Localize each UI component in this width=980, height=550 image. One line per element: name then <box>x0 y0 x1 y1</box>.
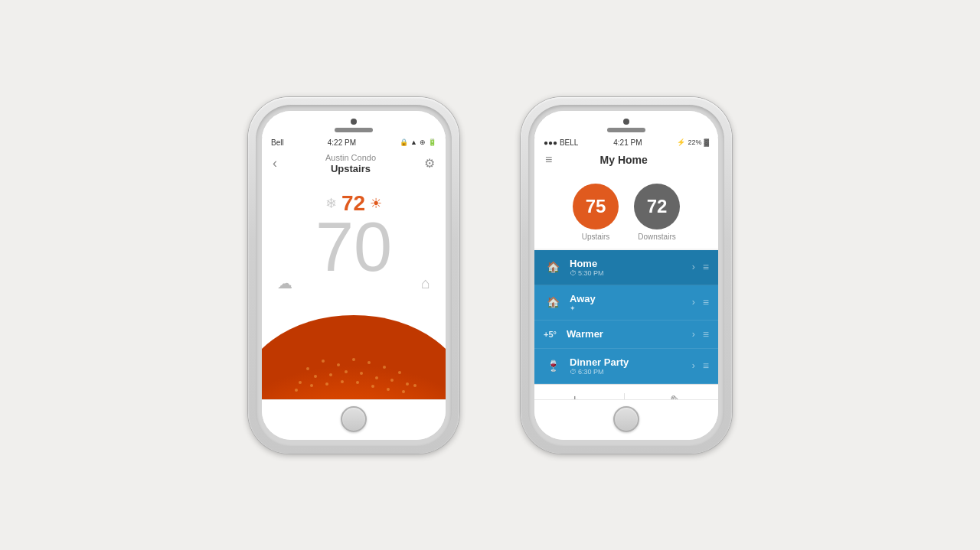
phone1-bottom <box>262 399 446 440</box>
phone2-time: 4:21 PM <box>613 138 642 147</box>
dinner-menu-icon: 🍷 <box>544 360 562 372</box>
lock-icon: 🔒 <box>400 138 408 146</box>
phone2-screen: ≡ My Home 75 Upstairs 72 <box>534 148 718 399</box>
speaker-grille-2 <box>607 128 645 132</box>
svg-point-4 <box>352 358 355 361</box>
edit-schedule-button[interactable]: ✎ <box>655 391 697 399</box>
upstairs-temp-value: 75 <box>586 196 606 217</box>
menu-item-home[interactable]: 🏠 Home ⏱ 5:30 PM › ≡ <box>534 250 718 285</box>
svg-point-0 <box>262 315 446 399</box>
upstairs-label: Upstairs <box>582 233 610 241</box>
downstairs-circle-wrap: 72 Downstairs <box>634 184 680 241</box>
home-button-2[interactable] <box>613 406 639 432</box>
signal-icon: ▲ <box>410 138 417 146</box>
home-item-content: Home ⏱ 5:30 PM <box>570 258 684 277</box>
toolbar-divider <box>624 393 625 399</box>
svg-point-13 <box>375 376 378 379</box>
back-button[interactable]: ‹ <box>273 155 277 171</box>
svg-point-14 <box>390 379 394 382</box>
home-drag-icon: ≡ <box>703 261 709 273</box>
phone1-location: Austin Condo <box>325 153 376 163</box>
away-drag-icon: ≡ <box>703 296 709 308</box>
dinner-drag-icon: ≡ <box>703 360 709 372</box>
phone1-thermostat: ❄ 72 ☀ 70 ☁ ⌂ <box>262 179 446 399</box>
svg-point-10 <box>329 373 332 376</box>
svg-point-9 <box>314 375 317 378</box>
camera-dot-2 <box>623 119 629 125</box>
home-menu-icon: 🏠 <box>544 261 562 273</box>
phone-2: ●●● BELL 4:21 PM ⚡ 22% ▓ ≡ My Home <box>521 97 732 454</box>
phone1-time: 4:22 PM <box>328 138 356 147</box>
phone2-carrier: ●●● BELL <box>544 138 578 147</box>
upstairs-circle-wrap: 75 Upstairs <box>573 184 619 241</box>
phone1-screen: ‹ Austin Condo Upstairs ⚙ ❄ 72 ☀ <box>262 148 446 399</box>
svg-point-17 <box>310 384 313 387</box>
svg-point-12 <box>360 372 363 375</box>
phone2-battery: 22% <box>688 138 701 146</box>
home-chevron-icon: › <box>692 262 695 272</box>
phone2-top <box>534 111 718 137</box>
home-button[interactable] <box>341 406 367 432</box>
phone2-navbar: ≡ My Home <box>534 148 718 171</box>
battery-bar-icon: ▓ <box>704 138 709 146</box>
phone2-bottom <box>534 399 718 440</box>
svg-point-7 <box>398 371 401 374</box>
svg-point-23 <box>402 390 405 393</box>
camera-dot <box>351 119 357 125</box>
clock-icon: ⏱ <box>570 269 577 277</box>
svg-point-1 <box>306 367 309 370</box>
svg-point-3 <box>337 363 340 366</box>
away-star-icon: ✦ <box>570 304 576 312</box>
away-item-content: Away ✦ <box>570 293 684 312</box>
svg-point-19 <box>341 380 344 383</box>
svg-point-15 <box>406 382 409 386</box>
add-schedule-button[interactable]: + <box>556 391 595 399</box>
menu-item-warmer[interactable]: +5° Warmer › ≡ <box>534 321 718 349</box>
svg-point-16 <box>295 389 298 392</box>
phone2-status-bar: ●●● BELL 4:21 PM ⚡ 22% ▓ <box>534 137 718 148</box>
thermostat-circles: 75 Upstairs 72 Downstairs <box>534 171 718 249</box>
svg-point-21 <box>371 385 374 388</box>
menu-item-away[interactable]: 🏠 Away ✦ › ≡ <box>534 285 718 321</box>
svg-point-5 <box>368 361 371 364</box>
away-chevron-icon: › <box>692 297 695 308</box>
svg-point-11 <box>345 370 348 373</box>
phone-1: Bell 4:22 PM 🔒 ▲ ⊕ 🔋 ‹ Austin Condo Upst… <box>248 97 459 454</box>
downstairs-label: Downstairs <box>638 233 675 241</box>
upstairs-temp-circle[interactable]: 75 <box>573 184 619 229</box>
away-item-title: Away <box>570 293 684 304</box>
phone1-status-icons: 🔒 ▲ ⊕ 🔋 <box>400 138 436 146</box>
heat-dome <box>262 262 446 399</box>
bluetooth-icon: ⚡ <box>677 138 685 146</box>
dinner-item-subtitle: ⏱ 6:30 PM <box>570 368 684 376</box>
phone1-nav-title: Austin Condo Upstairs <box>325 153 376 175</box>
phone1-top <box>262 111 446 137</box>
warmer-plus-label: +5° <box>544 330 559 339</box>
phone2-status-icons: ⚡ 22% ▓ <box>677 138 709 146</box>
dinner-chevron-icon: › <box>692 360 695 371</box>
away-menu-icon: 🏠 <box>544 296 562 308</box>
phone1-status-bar: Bell 4:22 PM 🔒 ▲ ⊕ 🔋 <box>262 137 446 148</box>
svg-point-2 <box>322 360 325 363</box>
dinner-item-content: Dinner Party ⏱ 6:30 PM <box>570 356 684 376</box>
warmer-chevron-icon: › <box>692 329 695 340</box>
menu-item-dinner-party[interactable]: 🍷 Dinner Party ⏱ 6:30 PM › ≡ <box>534 349 718 384</box>
hamburger-menu-icon[interactable]: ≡ <box>545 153 552 167</box>
warmer-drag-icon: ≡ <box>703 328 709 340</box>
home-item-subtitle: ⏱ 5:30 PM <box>570 269 684 277</box>
warmer-item-title: Warmer <box>567 328 684 340</box>
phone1-carrier: Bell <box>271 138 284 147</box>
svg-point-22 <box>387 388 390 391</box>
svg-point-6 <box>383 366 386 369</box>
away-item-subtitle: ✦ <box>570 304 684 312</box>
phone2-title: My Home <box>600 154 648 166</box>
svg-point-24 <box>413 384 416 387</box>
schedule-menu: 🏠 Home ⏱ 5:30 PM › ≡ 🏠 <box>534 250 718 384</box>
home-item-title: Home <box>570 258 684 269</box>
phone1-navbar: ‹ Austin Condo Upstairs ⚙ <box>262 148 446 180</box>
phone2-toolbar: + ✎ <box>534 384 718 399</box>
battery-icon: 🔋 <box>428 138 436 146</box>
speaker-grille <box>335 128 373 132</box>
settings-icon[interactable]: ⚙ <box>424 156 435 171</box>
downstairs-temp-circle[interactable]: 72 <box>634 184 680 229</box>
